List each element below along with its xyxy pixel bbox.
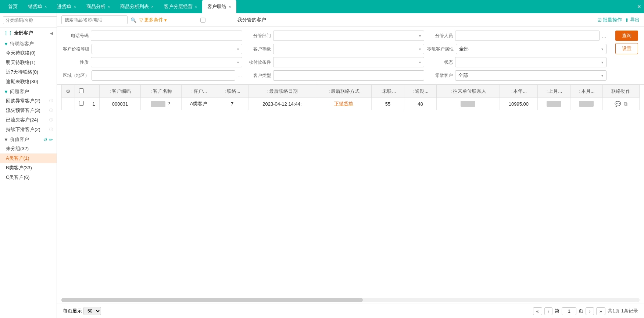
more-dots-icon[interactable]: … bbox=[602, 33, 607, 39]
customer-level-select[interactable]: ▾ bbox=[273, 44, 425, 54]
edit-icon[interactable]: ✏ bbox=[49, 137, 53, 142]
retail-attr-select[interactable]: 全部 ▾ bbox=[456, 44, 607, 54]
nav-tab-customer-contact[interactable]: 客户联络 × bbox=[202, 0, 236, 13]
sidebar-item-lost[interactable]: 已流失客户(24) ⓘ bbox=[0, 115, 57, 125]
right-buttons: ☑ 批量操作 ⬆ 导出 bbox=[597, 17, 640, 23]
manager-input[interactable] bbox=[455, 31, 600, 41]
td-overdue: 48 bbox=[404, 98, 436, 110]
close-all-button[interactable]: × bbox=[637, 3, 641, 11]
info-icon: ⓘ bbox=[49, 127, 53, 132]
sidebar: 🔍 ⋮⋮ 全部客户 ◀ ▼ 待联络客户 今天待联络(0) 明天待联络(1) 近7… bbox=[0, 13, 57, 318]
info-icon: ⓘ bbox=[49, 98, 53, 103]
nature-select[interactable]: ▾ bbox=[91, 57, 242, 67]
sidebar-item-declining[interactable]: 持续下滑客户(2) ⓘ bbox=[0, 125, 57, 134]
filter-customer-level: 客户等级 ▾ bbox=[245, 44, 425, 54]
link-icon[interactable]: ⧉ bbox=[624, 101, 627, 107]
sidebar-item-a-class[interactable]: A类客户(1) bbox=[0, 153, 57, 163]
first-page-button[interactable]: « bbox=[533, 307, 542, 315]
nav-tab-analysis-list[interactable]: 商品分析列表 × bbox=[115, 0, 158, 13]
sidebar-item-7days[interactable]: 近7天待联络(0) bbox=[0, 67, 57, 77]
nav-tab-analysis[interactable]: 商品分析 × bbox=[81, 0, 115, 13]
chat-icon[interactable]: 💬 bbox=[615, 101, 621, 107]
filter-row-2: 客户价格等级 ▾ 客户等级 ▾ bbox=[63, 44, 607, 54]
sidebar-item-today[interactable]: 今天待联络(0) bbox=[0, 48, 57, 58]
filter-payment: 收付款条件 ▾ bbox=[245, 57, 425, 67]
last-method-link[interactable]: 下销货单 bbox=[334, 101, 353, 106]
filter-button[interactable]: ▽ 更多条件 ▾ bbox=[139, 17, 167, 23]
sidebar-section-pending[interactable]: ▼ 待联络客户 bbox=[0, 39, 57, 48]
close-icon[interactable]: × bbox=[108, 4, 110, 9]
export-button[interactable]: ⬆ 导出 bbox=[625, 17, 640, 23]
page-input[interactable] bbox=[562, 307, 576, 315]
more-dots-icon[interactable]: … bbox=[237, 73, 242, 78]
th-last-date: :最后联络日期 bbox=[248, 85, 316, 98]
prev-page-button[interactable]: ‹ bbox=[544, 307, 552, 315]
table-area: ⚙ :客户编码 :客户名称 :客户... :联络... :最后联络日期 :最后联… bbox=[57, 85, 644, 296]
filter-status: 状态 ▾ bbox=[427, 57, 607, 67]
type-input[interactable] bbox=[273, 70, 425, 81]
settings-button[interactable]: 设置 bbox=[615, 43, 638, 54]
select-all-checkbox[interactable] bbox=[79, 88, 84, 93]
top-nav: 首页 销货单 × 进货单 × 商品分析 × 商品分析列表 × 客户分层经营 × … bbox=[0, 0, 644, 13]
filter-retail-attr: 零散客户属性 全部 ▾ bbox=[427, 44, 607, 54]
retail-select[interactable]: 全部 ▾ bbox=[455, 70, 607, 81]
sidebar-section-problem[interactable]: ▼ 问题客户 bbox=[0, 86, 57, 96]
nav-tab-customer-seg[interactable]: 客户分层经营 × bbox=[159, 0, 202, 13]
td-contact: 7 bbox=[216, 98, 248, 110]
td-name: ？ bbox=[140, 98, 182, 110]
payment-select[interactable]: ▾ bbox=[273, 57, 425, 67]
pagination: 每页显示 50 « ‹ 第 页 › » 共1页 1条记录 bbox=[57, 304, 644, 318]
sidebar-collapse-icon[interactable]: ◀ bbox=[50, 31, 53, 35]
th-settings[interactable]: ⚙ bbox=[62, 85, 75, 98]
sidebar-search-area: 🔍 bbox=[0, 13, 57, 28]
region-input[interactable] bbox=[92, 70, 235, 81]
sidebar-item-ungrouped[interactable]: 未分组(32) bbox=[0, 144, 57, 153]
td-this-year: 10995.00 bbox=[500, 98, 537, 110]
search-input[interactable] bbox=[61, 15, 128, 24]
next-page-button[interactable]: › bbox=[586, 307, 594, 315]
sidebar-all-customers[interactable]: ⋮⋮ 全部客户 ◀ bbox=[0, 28, 57, 39]
query-button[interactable]: 查询 bbox=[615, 31, 638, 41]
table-row: 1 000031 ？ A类客户 7 2023-04-12 14:44: 下销货单… bbox=[62, 98, 640, 110]
my-customer-check[interactable] bbox=[170, 18, 236, 22]
company-contact-placeholder bbox=[461, 101, 475, 107]
per-page-select[interactable]: 50 bbox=[83, 307, 101, 315]
refresh-icon[interactable]: ↺ bbox=[43, 137, 47, 142]
search-icon[interactable]: 🔍 bbox=[130, 17, 136, 23]
horizontal-scrollbar[interactable] bbox=[61, 298, 640, 302]
td-last-method[interactable]: 下销货单 bbox=[316, 98, 372, 110]
my-customer-checkbox[interactable]: 我分管的客户 bbox=[170, 17, 266, 23]
sidebar-item-tomorrow[interactable]: 明天待联络(1) bbox=[0, 58, 57, 67]
chevron-down-icon: ▾ bbox=[601, 74, 603, 78]
sidebar-item-warning[interactable]: 流失预警客户(3) ⓘ bbox=[0, 106, 57, 115]
td-level: A类客户 bbox=[182, 98, 216, 110]
close-icon[interactable]: × bbox=[195, 4, 197, 9]
dept-select[interactable]: ▾ bbox=[273, 31, 425, 41]
table-header-row: ⚙ :客户编码 :客户名称 :客户... :联络... :最后联络日期 :最后联… bbox=[62, 85, 640, 98]
close-icon[interactable]: × bbox=[151, 4, 153, 9]
nav-tab-purchase[interactable]: 进货单 × bbox=[52, 0, 81, 13]
close-icon[interactable]: × bbox=[74, 4, 76, 9]
gear-icon[interactable]: ⚙ bbox=[66, 88, 71, 94]
sidebar-item-b-class[interactable]: B类客户(33) bbox=[0, 163, 57, 173]
phone-input[interactable] bbox=[91, 31, 242, 41]
last-month-placeholder bbox=[547, 101, 561, 107]
sidebar-item-abnormal[interactable]: 回购异常客户(2) ⓘ bbox=[0, 96, 57, 106]
th-last-month: :上月... bbox=[538, 85, 570, 98]
close-icon[interactable]: × bbox=[229, 4, 231, 9]
sidebar-item-c-class[interactable]: C类客户(6) bbox=[0, 173, 57, 182]
sidebar-search-input[interactable] bbox=[3, 16, 57, 24]
td-settings bbox=[62, 98, 75, 110]
price-level-select[interactable]: ▾ bbox=[92, 44, 242, 54]
row-checkbox[interactable] bbox=[79, 101, 84, 106]
status-select[interactable]: ▾ bbox=[455, 57, 607, 67]
nav-tab-home[interactable]: 首页 bbox=[3, 0, 23, 13]
sidebar-item-overdue[interactable]: 逾期未联络(30) bbox=[0, 77, 57, 86]
scrollbar-thumb[interactable] bbox=[61, 298, 363, 302]
filter-row-4: 区域（地区） … 客户类型 零散客户 全部 ▾ bbox=[63, 70, 607, 81]
main-layout: 🔍 ⋮⋮ 全部客户 ◀ ▼ 待联络客户 今天待联络(0) 明天待联络(1) 近7… bbox=[0, 13, 644, 318]
last-page-button[interactable]: » bbox=[596, 307, 605, 315]
close-icon[interactable]: × bbox=[44, 4, 47, 9]
nav-tab-sales[interactable]: 销货单 × bbox=[23, 0, 52, 13]
batch-button[interactable]: ☑ 批量操作 bbox=[597, 17, 622, 23]
